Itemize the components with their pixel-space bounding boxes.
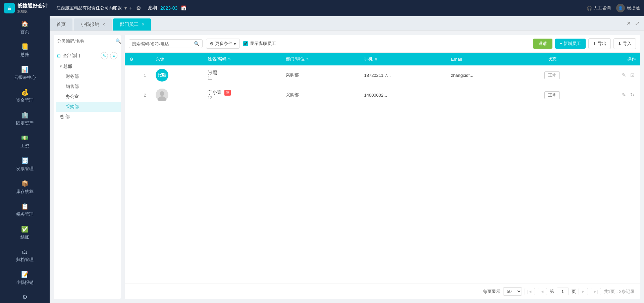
delete-button-1[interactable]: ⊡ <box>629 71 636 79</box>
employees-panel: 🔍 ⚙ 更多条件 ▾ 显示离职员工 邀请 + 新增员工 <box>125 35 640 299</box>
th-mobile[interactable]: 手机 ⇅ <box>360 53 447 65</box>
sidebar-item-tax[interactable]: 📋 税务管理 <box>0 199 50 221</box>
add-employee-button[interactable]: + 新增员工 <box>555 39 586 49</box>
employees-table: ⚙ 头像 姓名/编码 ⇅ 部门/职位 ⇅ 手机 ⇅ <box>125 53 640 284</box>
tab-employees[interactable]: 部门员工 × <box>113 18 151 31</box>
row-status-2: 正常 <box>523 85 582 105</box>
prev-page-button[interactable]: ◄ <box>538 288 547 295</box>
sidebar-item-fixed-assets[interactable]: 🏢 固定资产 <box>0 107 50 130</box>
sidebar-item-home[interactable]: 🏠 首页 <box>0 16 50 39</box>
support-label: 人工咨询 <box>593 5 611 11</box>
next-page-button[interactable]: ► <box>579 288 588 295</box>
add-dept-button[interactable]: ✎ <box>101 52 108 59</box>
row-status-1: 正常 <box>523 65 582 85</box>
refresh-button-2[interactable]: ↻ <box>629 91 636 99</box>
tab-expand-button[interactable]: ⤢ <box>634 19 640 27</box>
avatar-circle-1: 张熙 <box>156 69 168 82</box>
funds-icon: 💰 <box>21 89 29 96</box>
sidebar-item-closing[interactable]: ✅ 结账 <box>0 221 50 244</box>
tab-expense-label: 小畅报销 <box>80 21 99 28</box>
dept-tree: ⊞ 全部部门 ✎ « <box>54 47 121 299</box>
settings-button[interactable]: ⚙ <box>135 4 142 13</box>
sidebar-item-invoice[interactable]: 🧾 发票管理 <box>0 153 50 176</box>
emp-status-2: 正常 <box>544 91 560 99</box>
th-actions: 操作 <box>582 53 640 65</box>
emp-code-1: 11 <box>208 76 278 81</box>
th-avatar: 头像 <box>152 53 204 65</box>
invite-button[interactable]: 邀请 <box>533 39 552 49</box>
dept-item-office[interactable]: 办公室 <box>56 92 121 102</box>
support-button[interactable]: 🎧 人工咨询 <box>587 5 611 11</box>
edit-button-1[interactable]: ✎ <box>621 71 628 79</box>
sidebar-item-salary[interactable]: 💵 工资 <box>0 130 50 153</box>
header-right: 🎧 人工咨询 👤 畅捷通 <box>587 4 640 12</box>
dept-item-finance[interactable]: 财务部 <box>56 71 121 82</box>
tab-controls: ✕ ⤢ <box>626 16 644 31</box>
page-input[interactable] <box>557 288 569 295</box>
dept-search-icon[interactable]: 🔍 <box>115 38 121 44</box>
resigned-tag: 应 <box>224 90 231 96</box>
sort-name-icon: ⇅ <box>228 57 231 61</box>
sidebar-item-archive[interactable]: 🗂 归档管理 <box>0 244 50 267</box>
sidebar-item-label: 小畅报销 <box>16 280 34 286</box>
employee-search-icon[interactable]: 🔍 <box>194 41 200 46</box>
archive-icon: 🗂 <box>22 248 28 255</box>
tab-home[interactable]: 首页 <box>50 18 72 31</box>
tab-bar: 首页 小畅报销 × 部门员工 × ✕ ⤢ <box>50 16 644 31</box>
row-dept-2: 采购部 <box>282 85 360 105</box>
collapse-tree-button[interactable]: « <box>110 52 117 59</box>
edit-button-2[interactable]: ✎ <box>621 91 628 99</box>
dept-item-hq2[interactable]: 总 部 <box>56 112 121 122</box>
dept-search-input[interactable] <box>57 39 113 44</box>
sidebar-item-expense[interactable]: 📝 小畅报销 <box>0 267 50 290</box>
emp-email-1: zhangxidf... <box>451 73 473 78</box>
row-checkbox-1[interactable] <box>125 65 138 85</box>
calendar-icon[interactable]: 📅 <box>181 5 186 11</box>
per-page-select[interactable]: 50 10 20 100 <box>503 287 522 296</box>
last-page-button[interactable]: ►| <box>591 288 601 295</box>
user-info[interactable]: 👤 畅捷通 <box>616 4 640 12</box>
logo-subtitle: 旗舰版 <box>17 9 48 14</box>
logo-text-wrap: 畅捷通好会计 旗舰版 <box>17 3 48 14</box>
first-page-button[interactable]: |◄ <box>525 288 535 295</box>
company-dropdown-icon[interactable]: ▾ <box>124 5 127 11</box>
sidebar-item-label: 结账 <box>20 234 29 240</box>
sidebar-item-settings[interactable]: ⚙ 基础设置 <box>0 290 50 303</box>
page-unit: 页 <box>572 289 576 295</box>
dept-item-general-hq[interactable]: ▾总部 <box>56 61 121 71</box>
sidebar-item-label: 资金管理 <box>16 97 34 103</box>
row-dept-1: 采购部 <box>282 65 360 85</box>
add-tab-button[interactable]: ＋ <box>127 3 135 13</box>
home-icon: 🏠 <box>21 20 29 28</box>
ledger-icon: 📒 <box>21 43 29 50</box>
row-checkbox-2[interactable] <box>125 85 138 105</box>
more-conditions-button[interactable]: ⚙ 更多条件 ▾ <box>206 39 240 49</box>
filter-icon: ⚙ <box>210 41 214 46</box>
company-selector[interactable]: 江西服宝精品有限责任公司内账张 ▾ <box>56 5 127 11</box>
export-button[interactable]: ⬆ 导出 <box>588 38 611 49</box>
tab-close-button[interactable]: ✕ <box>626 19 632 27</box>
th-name-code[interactable]: 姓名/编码 ⇅ <box>204 53 282 65</box>
sidebar-item-inventory[interactable]: 📦 库存核算 <box>0 176 50 199</box>
dept-item-sales[interactable]: 销售部 <box>56 82 121 92</box>
employee-search-input[interactable] <box>132 41 192 46</box>
tab-expense[interactable]: 小畅报销 × <box>74 18 112 31</box>
dept-item-purchasing[interactable]: 采购部 <box>56 102 121 112</box>
cloud-report-icon: 📊 <box>21 66 29 73</box>
period-value: 2023-03 <box>160 5 177 11</box>
invoice-icon: 🧾 <box>21 157 29 164</box>
sidebar-item-cloud-reports[interactable]: 📊 云报表中心 <box>0 62 50 85</box>
inventory-icon: 📦 <box>21 180 29 187</box>
th-email: Email <box>447 53 523 65</box>
tab-expense-close[interactable]: × <box>103 22 105 27</box>
sidebar-item-general-ledger[interactable]: 📒 总账 <box>0 39 50 62</box>
th-settings[interactable]: ⚙ <box>125 53 138 65</box>
show-resigned-checkbox[interactable] <box>243 41 248 46</box>
emp-code-2: 12 <box>208 96 278 100</box>
search-wrap: 🔍 <box>129 39 203 48</box>
all-dept-label[interactable]: ⊞ 全部部门 <box>57 53 80 59</box>
tab-employees-close[interactable]: × <box>142 22 144 27</box>
th-dept-position[interactable]: 部门/职位 ⇅ <box>282 53 360 65</box>
import-button[interactable]: ⬇ 导入 <box>613 38 636 49</box>
sidebar-item-funds[interactable]: 💰 资金管理 <box>0 85 50 107</box>
